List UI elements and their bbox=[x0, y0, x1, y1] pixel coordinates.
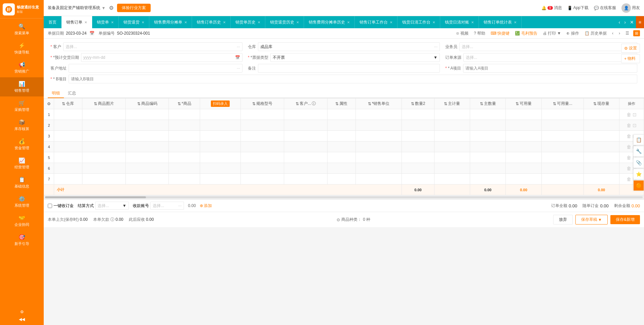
row-1-main-qty[interactable] bbox=[470, 109, 506, 120]
discard-button[interactable]: 放弃 bbox=[553, 215, 573, 225]
warehouse-select[interactable]: 成品库 ··· bbox=[258, 42, 440, 51]
save-new-button[interactable]: 保存&新增 bbox=[610, 215, 640, 224]
sidebar-item-base[interactable]: 📋 基础信息 bbox=[0, 173, 44, 192]
draft-dropdown-icon[interactable]: ▼ bbox=[598, 217, 602, 222]
sidebar-item-finance[interactable]: 💰 资金管理 bbox=[0, 135, 44, 154]
col-main-qty[interactable]: ⇅主数量 bbox=[470, 98, 506, 109]
row-1-delete-icon[interactable]: 🗑 bbox=[627, 112, 631, 117]
shortcut-button[interactable]: ⌨ 快捷键 bbox=[489, 31, 511, 36]
col-scan[interactable]: 扫码录入 bbox=[200, 98, 241, 109]
video-button[interactable]: ⊙ 视频 bbox=[455, 31, 470, 36]
row-1-product[interactable] bbox=[169, 109, 200, 120]
table-scrollbar[interactable] bbox=[44, 195, 644, 199]
tab-expense-history[interactable]: 销售费用分摊单历史 ✕ bbox=[304, 16, 355, 28]
topbar-gear-icon[interactable]: ⚙ bbox=[109, 5, 114, 11]
row-1-copy-icon[interactable]: ⊡ bbox=[633, 112, 637, 117]
remark-input[interactable] bbox=[258, 64, 440, 73]
col-warehouse[interactable]: ⇅仓库 bbox=[54, 98, 82, 109]
tab-close-all-icon[interactable]: ✕ bbox=[628, 19, 636, 25]
tab-sales-slip-history[interactable]: 销货单历史 ✕ bbox=[231, 16, 265, 28]
tab-daily-reconcile[interactable]: 钱货日清对账 ✕ bbox=[440, 16, 479, 28]
account-select[interactable]: 选择... ··· bbox=[150, 202, 184, 210]
history-button[interactable]: 📋 历史单据 bbox=[583, 31, 608, 36]
list-view-icon[interactable]: ☰ bbox=[624, 31, 631, 36]
sidebar-item-marketing[interactable]: 📢 营销推广 bbox=[0, 58, 44, 77]
sidebar-item-purchase[interactable]: 🛒 采购管理 bbox=[0, 96, 44, 116]
customer-dots-icon[interactable]: ··· bbox=[237, 44, 240, 49]
sidebar-item-operation[interactable]: 📈 经营管理 bbox=[0, 154, 44, 173]
row-1-code[interactable] bbox=[125, 109, 169, 120]
settings-float-button[interactable]: ⚙ 设置 bbox=[621, 44, 640, 53]
col-qty2[interactable]: ⇅数量2 bbox=[402, 98, 434, 109]
user-avatar[interactable]: 👤 用友 bbox=[621, 3, 640, 13]
tab-detail[interactable]: 明细 bbox=[48, 89, 64, 98]
scan-button[interactable]: 扫码录入 bbox=[211, 100, 230, 107]
nav-next-icon[interactable]: › bbox=[617, 31, 621, 36]
row-3-delete-icon[interactable]: 🗑 bbox=[627, 133, 631, 139]
tab-sales-slip[interactable]: 销货单 ✕ bbox=[92, 16, 119, 28]
nav-prev-icon[interactable]: ‹ bbox=[611, 31, 615, 36]
row-1-cust-code[interactable] bbox=[284, 109, 328, 120]
calendar-icon[interactable]: 📅 bbox=[89, 31, 94, 36]
tab-sales-return-close[interactable]: ✕ bbox=[142, 21, 144, 24]
save-draft-button[interactable]: 保存草稿 ▼ bbox=[575, 215, 608, 225]
tab-expense-history-close[interactable]: ✕ bbox=[347, 21, 350, 24]
tab-sales-stats[interactable]: 销售订单统计表 ✕ bbox=[479, 16, 522, 28]
tab-sales-slip-history-close[interactable]: ✕ bbox=[258, 21, 260, 24]
staff-input[interactable]: 选择... ··· bbox=[459, 42, 637, 51]
tab-workbench-close[interactable]: ✕ bbox=[390, 21, 392, 24]
sidebar-item-enterprise[interactable]: 🤝 企业协同 bbox=[0, 211, 44, 231]
col-unit[interactable]: ⇅*销售单位 bbox=[355, 98, 402, 109]
one-click-check-input[interactable] bbox=[48, 204, 52, 208]
date-value[interactable]: 2023-03-24 bbox=[66, 31, 86, 36]
account-dots-icon[interactable]: ··· bbox=[178, 203, 182, 208]
tab-sales-order-close[interactable]: ✕ bbox=[84, 21, 87, 24]
online-service-button[interactable]: 💬 在线客服 bbox=[594, 5, 616, 11]
col-settings[interactable]: ⚙ bbox=[44, 98, 54, 109]
col-main-unit[interactable]: ⇅主计量 bbox=[434, 98, 470, 109]
operation-button[interactable]: ⊕ 操作 bbox=[565, 31, 580, 36]
row-1-qty2[interactable] bbox=[402, 109, 434, 120]
tab-daily-workbench[interactable]: 钱货日清工作台 ✕ bbox=[397, 16, 440, 28]
col-current[interactable]: ⇅现存量 bbox=[583, 98, 619, 109]
sidebar-item-system[interactable]: ⚙️ 系统管理 bbox=[0, 192, 44, 211]
tab-return-history-close[interactable]: ✕ bbox=[296, 21, 299, 24]
tab-return-history[interactable]: 销货退货历史 ✕ bbox=[265, 16, 304, 28]
row-5-delete-icon[interactable]: 🗑 bbox=[627, 155, 631, 160]
b-project-input[interactable] bbox=[69, 75, 637, 83]
address-dots-icon[interactable]: ··· bbox=[237, 66, 240, 71]
row-7-delete-icon[interactable]: 🗑 bbox=[627, 176, 631, 182]
col-spec[interactable]: ⇅规格型号 bbox=[241, 98, 284, 109]
tab-sales-order-history-close[interactable]: ✕ bbox=[223, 21, 226, 24]
add-deposit-button[interactable]: ⊕ 添加 bbox=[200, 203, 212, 209]
tab-sales-expense[interactable]: 销售费用分摊单 ✕ bbox=[149, 16, 192, 28]
warehouse-dots-icon[interactable]: ··· bbox=[434, 44, 438, 49]
a-project-input[interactable] bbox=[463, 64, 637, 73]
sidebar-item-inventory[interactable]: 📦 库存核算 bbox=[0, 116, 44, 135]
col-customer-code[interactable]: ⇅客户... ⓘ bbox=[284, 98, 328, 109]
sidebar-item-sales[interactable]: 📊 销售管理 bbox=[0, 77, 44, 96]
tab-workbench[interactable]: 销售订单工作台 ✕ bbox=[355, 16, 397, 28]
col-product[interactable]: ⇅*商品 bbox=[169, 98, 200, 109]
tab-sales-order[interactable]: 销售订单 ✕ bbox=[62, 16, 92, 28]
col-product-image[interactable]: ⇅商品图片 bbox=[82, 98, 125, 109]
row-1-unit[interactable] bbox=[355, 109, 402, 120]
row-2-copy-icon[interactable]: ⊡ bbox=[633, 123, 637, 128]
row-4-delete-icon[interactable]: 🗑 bbox=[627, 144, 631, 150]
print-button[interactable]: 🖨 打印 ▼ bbox=[541, 31, 563, 36]
row-1-warehouse[interactable] bbox=[54, 109, 82, 120]
col-gear-icon[interactable]: ⚙ bbox=[47, 101, 51, 106]
tab-daily-workbench-close[interactable]: ✕ bbox=[432, 21, 435, 24]
row-6-delete-icon[interactable]: 🗑 bbox=[627, 166, 631, 171]
tab-sales-expense-close[interactable]: ✕ bbox=[184, 21, 187, 24]
sidebar-item-guide[interactable]: 🎯 新手引导 bbox=[0, 231, 44, 250]
float-btn-4[interactable]: ⭐ bbox=[633, 169, 644, 179]
tab-summary[interactable]: 汇总 bbox=[64, 89, 80, 97]
float-btn-2[interactable]: 🔧 bbox=[633, 146, 644, 157]
solution-button[interactable]: 体验行业方案 bbox=[117, 4, 151, 12]
tab-prev-icon[interactable]: ‹ bbox=[616, 19, 622, 25]
col-product-code[interactable]: ⇅商品编码 bbox=[125, 98, 169, 109]
row-1-spec[interactable] bbox=[241, 109, 284, 120]
one-click-checkbox[interactable]: 一键收订金 bbox=[48, 203, 74, 209]
col-avail2[interactable]: ⇅可用量... bbox=[541, 98, 583, 109]
